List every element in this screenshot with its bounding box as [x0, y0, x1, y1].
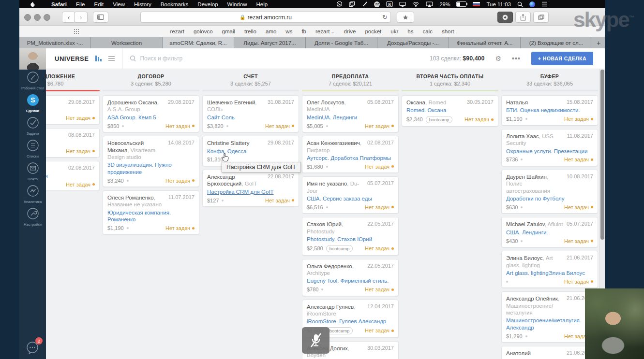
menu-item-edit[interactable]: Edit [94, 1, 104, 7]
gear-icon[interactable]: ⚙ [495, 55, 502, 62]
downloads-button[interactable] [497, 12, 513, 23]
zoom-window-button[interactable] [44, 14, 50, 21]
display-icon[interactable] [399, 1, 406, 7]
deal-link[interactable]: Конфа. Одесса [207, 148, 294, 155]
deal-link[interactable]: БТИ. Оценка недвижимости. [506, 107, 593, 114]
bookmark-amo[interactable]: amo [266, 29, 276, 34]
bookmark-golovco[interactable]: golovco [194, 29, 213, 34]
deal-link[interactable]: Аутсорс. Доработка Платформы [307, 155, 394, 161]
deal-card[interactable]: Олеся Романенко, Название не указано11.0… [103, 190, 199, 235]
no-tasks-label[interactable]: Нет задач [265, 198, 294, 203]
browser-tab[interactable]: PM_Motivation.xlsx -... [19, 37, 91, 48]
bookmark-drive[interactable]: drive [344, 29, 356, 34]
no-tasks-label[interactable]: Нет задач [165, 225, 195, 231]
deal-card[interactable]: кий, GoIT08.08.2017Нет задач [46, 128, 100, 158]
no-tasks-label[interactable]: Нет задач [564, 238, 593, 244]
no-tasks-label[interactable]: Нет задач [464, 116, 494, 122]
deal-card[interactable]: Александр Олейник, Машиностроение/металу… [501, 291, 598, 343]
copy-windows-icon[interactable] [349, 1, 355, 7]
browser-tab[interactable]: Долги - Google Таб... [306, 37, 377, 48]
browser-tab[interactable]: Worksection [91, 37, 163, 48]
sidebar-item-2[interactable]: SСделки [19, 92, 46, 115]
deal-link[interactable] [46, 140, 95, 146]
deal-link[interactable]: США. Сервис заказа еды [307, 195, 394, 202]
share-button[interactable] [515, 12, 531, 23]
deal-link[interactable]: Машиностроение/металугия. Александр [506, 317, 593, 331]
deal-card[interactable]: Оксана, Romed30.05.2017Romed. Оксана$2,3… [402, 95, 498, 127]
sidebar-item-5[interactable]: Почта [19, 160, 46, 183]
menu-item-file[interactable]: File [76, 1, 85, 7]
browser-tab[interactable]: (2) Входящие от сл... [521, 37, 592, 48]
pipeline-name[interactable]: UNIVERSE [55, 55, 89, 62]
menu-item-help[interactable]: Help [256, 1, 268, 7]
more-options-icon[interactable]: ••• [512, 55, 521, 62]
viber-icon[interactable] [336, 1, 343, 7]
minimize-window-button[interactable] [34, 14, 41, 21]
no-tasks-label[interactable]: Нет задач [365, 287, 394, 292]
bookmark-fb[interactable]: fb [301, 29, 306, 34]
chat-notifications-icon[interactable]: 2 [24, 340, 41, 356]
sidebar-item-7[interactable]: Настройки [19, 206, 46, 229]
deal-card[interactable]: Имя не указано, Du-Jour05.07.2017США. Се… [302, 176, 399, 214]
new-deal-button[interactable]: + НОВАЯ СДЕЛКА [531, 52, 593, 65]
browser-tab[interactable]: amoCRM: Сделки, R... [163, 37, 234, 48]
deal-link[interactable]: 3D визуализация. Нужно продвижение [107, 161, 195, 175]
deal-card[interactable]: Асан Кенжегазиевич, Пифагор02.08.2017Аут… [302, 136, 399, 173]
deal-card[interactable]: Олег Лоскутов, MedinUA05.08.2017MedinUA.… [302, 95, 399, 132]
deal-card[interactable]: Шевченко Евгений, СОЛЬ31.08.2017Сайт Сол… [202, 95, 299, 132]
bookmark-rezart[interactable]: rezart [170, 29, 184, 34]
sidebar-toggle-button[interactable] [93, 12, 108, 23]
no-tasks-label[interactable]: Нет задач [265, 123, 294, 129]
tab-overview-button[interactable] [533, 12, 549, 23]
deal-link[interactable]: Romed. Оксана [406, 107, 494, 114]
deal-link[interactable]: MedinUA. Лендинги [307, 114, 394, 121]
bookmark-short[interactable]: short [442, 29, 454, 34]
no-tasks-label[interactable]: Нет задач [66, 182, 95, 187]
menubar-clock[interactable]: Tue 11:03 [486, 1, 511, 7]
search-input[interactable]: Поиск и фильтр [130, 55, 182, 62]
browser-tab[interactable]: Лиды. Август 2017... [234, 37, 306, 48]
menu-item-develop[interactable]: Develop [197, 1, 218, 7]
deal-card[interactable]: Даурен Шайхин, Полис автострахования10.0… [501, 170, 598, 214]
deal-link[interactable]: рия Витковская [46, 172, 95, 179]
deal-link[interactable]: Сайт Соль [207, 114, 294, 121]
deal-link[interactable]: Настройка CRM для GoIT [207, 188, 294, 195]
wifi-icon[interactable] [412, 1, 419, 7]
no-tasks-label[interactable]: Нет задач [564, 116, 593, 122]
deal-link[interactable]: iRoomStore. Гуляев Александр [307, 318, 394, 325]
back-button[interactable]: ‹ [62, 12, 75, 23]
bookmark-hs[interactable]: hs [407, 29, 413, 34]
reload-icon[interactable]: ↻ [382, 14, 388, 21]
deal-link[interactable]: Доработки по Футболу [506, 195, 593, 202]
bookmark-trello[interactable]: trello [244, 29, 256, 34]
bookmark-pocket[interactable]: pocket [365, 29, 381, 34]
no-tasks-label[interactable]: Нет задач [365, 245, 394, 251]
favorites-button[interactable] [397, 12, 414, 23]
pen-icon[interactable] [361, 1, 368, 7]
deal-card[interactable]: Элина Билоус, Art glass. lighting21.06.2… [501, 251, 598, 288]
no-tasks-label[interactable]: Нет задач [165, 178, 195, 184]
no-tasks-label[interactable]: Нет задач [365, 123, 394, 129]
language-flag-icon[interactable] [473, 2, 480, 7]
bookmark-ws[interactable]: ws [285, 29, 292, 34]
command-key-icon[interactable]: ⌘ [386, 1, 393, 7]
sidebar-item-3[interactable]: Задачи [19, 115, 46, 138]
deal-card[interactable]: Новосельский Михаил, Visarteam Design st… [103, 136, 199, 187]
kanban-view-icon[interactable] [95, 56, 102, 61]
bookmark-rezart[interactable]: rezart ⌄ [315, 29, 334, 34]
bookmark-calc[interactable]: calc [422, 29, 432, 34]
browser-tab[interactable]: Доходы/Расходы -... [377, 37, 449, 48]
bookmarks-grid-icon[interactable] [74, 29, 80, 35]
apple-icon[interactable] [30, 1, 35, 7]
deal-card[interactable]: Лолита Хаас, USS Security11.08.2017Охран… [501, 129, 598, 166]
sidebar-item-4[interactable]: Списки [19, 138, 46, 160]
user-avatar[interactable] [19, 48, 46, 70]
menu-item-safari[interactable]: Safari [51, 1, 67, 7]
deal-link[interactable]: Photostudy. Стахов Юрий [307, 236, 394, 243]
deal-card[interactable]: Ольга Федоренко, Architype22.05.2017Euge… [302, 259, 399, 296]
forward-button[interactable]: › [74, 12, 88, 23]
menu-item-bookmarks[interactable]: Bookmarks [161, 1, 189, 7]
deal-card[interactable]: Michael Zatulov, Afluint05.07.2017США. Л… [501, 217, 598, 247]
deal-card[interactable]: Наталья15.08.2017БТИ. Оценка недвижимост… [501, 95, 598, 126]
deal-link[interactable]: Юридическая компания. Романенко [107, 209, 195, 223]
